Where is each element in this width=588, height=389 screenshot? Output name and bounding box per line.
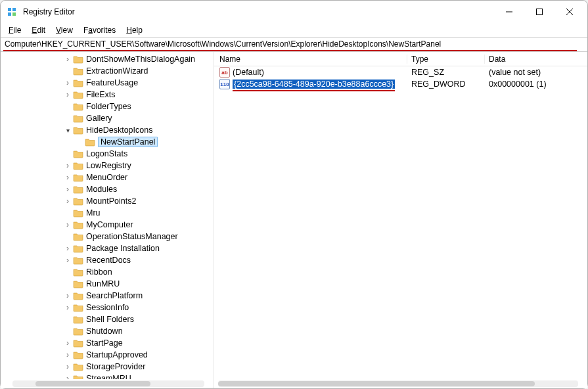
tree-item[interactable]: LowRegistry: [1, 160, 214, 172]
value-row[interactable]: ab(Default)REG_SZ(value not set): [214, 66, 587, 78]
tree-item[interactable]: OperationStatusManager: [1, 231, 214, 242]
folder-icon: [73, 90, 83, 99]
chevron-down-icon[interactable]: [64, 127, 72, 134]
column-data[interactable]: Data: [485, 55, 587, 64]
values-header[interactable]: Name Type Data: [214, 52, 587, 66]
folder-icon: [73, 338, 83, 348]
tree-item[interactable]: MountPoints2: [1, 195, 214, 207]
tree-label: StartupApproved: [86, 350, 148, 359]
tree-label: MyComputer: [86, 220, 133, 229]
chevron-right-icon[interactable]: [64, 338, 72, 348]
chevron-right-icon[interactable]: [64, 256, 72, 265]
chevron-right-icon[interactable]: [64, 78, 72, 87]
chevron-right-icon[interactable]: [64, 244, 72, 253]
tree-item[interactable]: Gallery: [1, 112, 214, 124]
menu-file[interactable]: File: [5, 24, 25, 36]
column-name[interactable]: Name: [214, 55, 407, 64]
tree-item[interactable]: NewStartPanel: [1, 136, 214, 148]
registry-editor-window: Registry Editor File Edit View Favorites…: [0, 0, 588, 389]
value-name: {2cc5ca98-6485-489a-920e-b3e88a6ccce3}: [233, 80, 395, 89]
tree-item[interactable]: FileExts: [1, 89, 214, 101]
chevron-right-icon[interactable]: [64, 55, 72, 64]
menu-edit[interactable]: Edit: [28, 24, 49, 36]
tree-item[interactable]: MenuOrder: [1, 172, 214, 183]
title-bar[interactable]: Registry Editor: [1, 1, 587, 23]
tree-label: StartPage: [86, 338, 123, 348]
values-list: ab(Default)REG_SZ(value not set)110{2cc5…: [214, 66, 587, 90]
tree-item[interactable]: SearchPlatform: [1, 290, 214, 302]
tree-item[interactable]: Shutdown: [1, 325, 214, 337]
tree-label: StorageProvider: [86, 362, 145, 371]
tree-item[interactable]: SessionInfo: [1, 302, 214, 313]
chevron-right-icon[interactable]: [64, 196, 72, 206]
folder-icon: [73, 232, 83, 241]
values-hscrollbar[interactable]: [218, 380, 578, 387]
svg-rect-3: [12, 12, 16, 16]
tree-item[interactable]: Package Installation: [1, 242, 214, 254]
tree-label: StreamMRU: [86, 374, 131, 379]
chevron-right-icon[interactable]: [64, 173, 72, 182]
tree-label: Modules: [86, 185, 117, 194]
tree-item[interactable]: Modules: [1, 183, 214, 195]
folder-icon: [73, 78, 83, 87]
tree-item[interactable]: ExtractionWizard: [1, 65, 214, 77]
tree-label: MenuOrder: [86, 173, 127, 182]
minimize-button[interactable]: [494, 2, 524, 22]
column-type[interactable]: Type: [407, 55, 485, 64]
tree-item[interactable]: RunMRU: [1, 278, 214, 290]
maximize-button[interactable]: [524, 2, 554, 22]
tree-item[interactable]: StartPage: [1, 337, 214, 349]
chevron-right-icon[interactable]: [64, 350, 72, 359]
tree-item[interactable]: HideDesktopIcons: [1, 124, 214, 136]
svg-rect-1: [8, 12, 11, 16]
close-button[interactable]: [554, 2, 585, 22]
tree-item[interactable]: StorageProvider: [1, 361, 214, 373]
tree-item[interactable]: FeatureUsage: [1, 77, 214, 89]
folder-icon: [73, 303, 83, 312]
menu-bar: File Edit View Favorites Help: [1, 23, 587, 37]
tree-label: Shell Folders: [86, 315, 134, 324]
tree-item[interactable]: Shell Folders: [1, 313, 214, 325]
menu-help[interactable]: Help: [122, 24, 147, 36]
chevron-right-icon[interactable]: [64, 185, 72, 194]
value-data: (value not set): [485, 68, 587, 77]
menu-view[interactable]: View: [52, 24, 77, 36]
folder-icon: [73, 173, 83, 182]
tree-item[interactable]: LogonStats: [1, 148, 214, 160]
folder-icon: [73, 208, 83, 217]
chevron-right-icon[interactable]: [64, 220, 72, 229]
folder-icon: [73, 220, 83, 229]
folder-icon: [73, 327, 83, 336]
tree-label: MountPoints2: [86, 196, 136, 206]
address-bar[interactable]: Computer\HKEY_CURRENT_USER\Software\Micr…: [1, 37, 587, 52]
tree-item[interactable]: StartupApproved: [1, 349, 214, 361]
registry-tree: DontShowMeThisDialogAgainExtractionWizar…: [1, 52, 214, 379]
chevron-right-icon[interactable]: [64, 362, 72, 371]
tree-label: LowRegistry: [86, 161, 131, 170]
tree-label: Mru: [86, 208, 101, 217]
tree-item[interactable]: RecentDocs: [1, 254, 214, 266]
folder-icon: [73, 161, 83, 170]
svg-rect-5: [537, 9, 543, 15]
tree-item[interactable]: Mru: [1, 207, 214, 219]
folder-icon: [73, 279, 83, 288]
tree-item[interactable]: FolderTypes: [1, 101, 214, 112]
tree-label: Shutdown: [86, 327, 123, 336]
chevron-right-icon[interactable]: [64, 291, 72, 300]
address-highlight: [3, 50, 577, 51]
tree-item[interactable]: MyComputer: [1, 219, 214, 231]
tree-item[interactable]: DontShowMeThisDialogAgain: [1, 53, 214, 65]
tree-label: RunMRU: [86, 279, 120, 288]
value-row[interactable]: 110{2cc5ca98-6485-489a-920e-b3e88a6ccce3…: [214, 78, 587, 90]
tree-hscrollbar[interactable]: [12, 380, 204, 387]
tree-item[interactable]: StreamMRU: [1, 373, 214, 379]
chevron-right-icon[interactable]: [64, 90, 72, 99]
tree-item[interactable]: Ribbon: [1, 266, 214, 278]
value-name: (Default): [233, 68, 264, 77]
values-pane[interactable]: Name Type Data ab(Default)REG_SZ(value n…: [214, 52, 587, 388]
chevron-right-icon[interactable]: [64, 161, 72, 170]
tree-pane[interactable]: DontShowMeThisDialogAgainExtractionWizar…: [1, 52, 214, 388]
menu-favorites[interactable]: Favorites: [79, 24, 120, 36]
chevron-right-icon[interactable]: [64, 303, 72, 312]
chevron-right-icon[interactable]: [64, 374, 72, 379]
